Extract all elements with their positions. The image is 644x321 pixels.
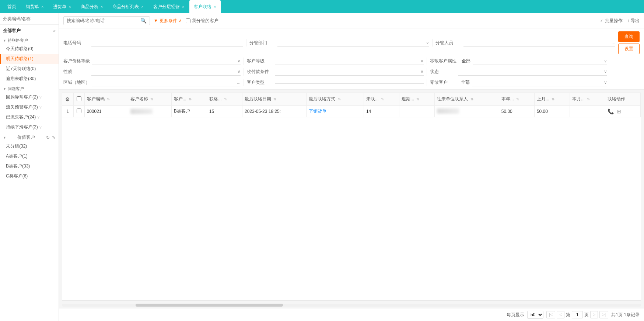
filter-status-select[interactable]: ∨ xyxy=(458,68,607,76)
sort-icon[interactable]: ⇅ xyxy=(189,97,192,101)
filter-price-grade-select[interactable]: ∨ xyxy=(92,57,241,65)
filter-dept-select[interactable]: ∨ xyxy=(277,39,429,47)
chevron-up-icon: ∧ xyxy=(179,18,182,23)
close-icon[interactable]: × xyxy=(214,4,216,9)
row-checkbox[interactable] xyxy=(77,108,81,113)
refresh-icon[interactable]: ↻ xyxy=(46,135,50,140)
set-button[interactable]: 设置 xyxy=(618,44,640,54)
filter-cell-retail-customer: 零散客户 全部 ∨ xyxy=(430,79,607,86)
customer-name-blurred: Ea xyxy=(130,109,153,114)
sidebar-search-input[interactable] xyxy=(3,16,58,21)
collapse-icon[interactable]: « xyxy=(53,28,56,34)
sort-icon[interactable]: ⇅ xyxy=(516,97,519,101)
top-nav: 首页 销货单 × 进货单 × 商品分析 × 商品分析列表 × 客户分层经营 × … xyxy=(0,0,644,13)
th-customer-code: 客户编码 ⇅ xyxy=(84,93,128,106)
scrollbar-thumb[interactable] xyxy=(136,304,283,307)
sidebar-item-class-a[interactable]: A类客户(1) xyxy=(0,151,59,161)
help-icon: ? xyxy=(37,115,39,120)
filter-cell-region: 区域（地区） ... xyxy=(63,79,241,86)
nav-product-analysis[interactable]: 商品分析 × xyxy=(76,0,107,13)
grid-action-icon[interactable]: ⊞ xyxy=(617,108,621,114)
sort-icon[interactable]: ⇅ xyxy=(552,97,554,101)
filter-row-2: 客户价格等级 ∨ 客户等级 ∨ 零散客户属性 全部 xyxy=(63,57,640,65)
prev-page-button[interactable]: < xyxy=(557,311,564,318)
filter-customer-grade-select[interactable]: ∨ xyxy=(275,57,424,65)
row-last-contact-date: 2023-05-23 18:25: xyxy=(242,106,307,117)
edit-icon[interactable]: ✎ xyxy=(52,135,56,140)
filter-buttons: 查询 设置 xyxy=(618,31,640,54)
batch-op-button[interactable]: ☑ 批量操作 xyxy=(599,18,623,24)
close-icon[interactable]: × xyxy=(41,4,43,9)
sidebar-item-churn-warning[interactable]: 流失预警客户(3) ? xyxy=(0,102,59,112)
filter-retail-attr-select[interactable]: ∨ xyxy=(473,57,607,65)
search-bar-right: ☑ 批量操作 ↑ 导出 xyxy=(599,18,640,24)
filter-retail-customer-select[interactable]: ∨ xyxy=(472,79,607,86)
close-icon[interactable]: × xyxy=(69,4,71,9)
search-icon[interactable]: 🔍 xyxy=(140,18,147,24)
sidebar-item-ungrouped[interactable]: 未分组(32) xyxy=(0,141,59,151)
nav-sales-order[interactable]: 销货单 × xyxy=(21,0,48,13)
row-last-month: 50.00 xyxy=(534,106,570,117)
sidebar-item-overdue-contact[interactable]: 逾期未联络(30) xyxy=(0,74,59,84)
sidebar-item-churned[interactable]: 已流失客户(24) ? xyxy=(0,112,59,122)
group-value-customers: 价值客户 ↻ ✎ xyxy=(0,132,59,141)
last-page-button[interactable]: >| xyxy=(599,311,608,318)
sort-icon[interactable]: ⇅ xyxy=(224,97,227,101)
filter-payment-select[interactable]: ∨ xyxy=(275,68,424,76)
more-filter-button[interactable]: ▼ 更多条件 ∧ xyxy=(154,18,182,24)
settings-icon[interactable]: ⚙ xyxy=(65,96,70,102)
th-uncontacted: 未联... ⇅ xyxy=(364,93,399,106)
sidebar-item-class-c[interactable]: C类客户(6) xyxy=(0,171,59,181)
next-page-button[interactable]: > xyxy=(590,311,598,318)
filter-panel: 电话号码 分管部门 ∨ 分管人员 ... xyxy=(59,28,644,90)
select-all-checkbox[interactable] xyxy=(77,96,81,101)
row-actions: 📞 ⊞ xyxy=(605,106,641,117)
sidebar-item-7days-contact[interactable]: 近7天待联络(0) xyxy=(0,64,59,74)
nav-customer-contact[interactable]: 客户联络 × xyxy=(189,0,220,13)
search-input[interactable] xyxy=(67,18,140,23)
my-customer-checkbox[interactable] xyxy=(186,18,190,23)
sort-icon[interactable]: ⇅ xyxy=(381,97,384,101)
close-icon[interactable]: × xyxy=(101,4,103,9)
filter-phone-input[interactable] xyxy=(91,39,243,47)
filter-cell-retail-attr: 零散客户属性 全部 ∨ xyxy=(430,57,607,65)
nav-customer-tier[interactable]: 客户分层经营 × xyxy=(149,0,189,13)
th-last-contact-method: 最后联络方式 ⇅ xyxy=(307,93,364,106)
query-button[interactable]: 查询 xyxy=(618,31,640,42)
sort-icon[interactable]: ⇅ xyxy=(470,97,473,101)
filter-nature-select[interactable]: ∨ xyxy=(91,68,241,76)
table-row: 1 000021 Ea B类客户 15 2023-05-23 18:25: 下销… xyxy=(62,106,641,117)
filter-cell-nature: 性质 ∨ xyxy=(63,68,241,76)
close-icon[interactable]: × xyxy=(182,4,184,9)
chevron-down-icon: ∨ xyxy=(237,69,241,74)
sidebar-item-tomorrow-contact[interactable]: 明天待联络(1) xyxy=(0,54,59,64)
sort-icon[interactable]: ⇅ xyxy=(273,97,276,101)
sort-icon[interactable]: ⇅ xyxy=(416,97,419,101)
filter-region-select[interactable]: ... xyxy=(92,79,241,86)
nav-home[interactable]: 首页 xyxy=(3,0,21,13)
sort-icon[interactable]: ⇅ xyxy=(150,97,153,101)
sort-icon[interactable]: ⇅ xyxy=(338,97,341,101)
th-contact-person: 往来单位联系人 ⇅ xyxy=(435,93,499,106)
sidebar-search-area: 🔍 xyxy=(0,13,59,25)
close-icon[interactable]: × xyxy=(141,4,143,9)
sort-icon[interactable]: ⇅ xyxy=(107,97,110,101)
row-overdue xyxy=(399,106,435,117)
first-page-button[interactable]: |< xyxy=(546,311,555,318)
nav-product-analysis-list[interactable]: 商品分析列表 × xyxy=(108,0,148,13)
export-button[interactable]: ↑ 导出 xyxy=(627,18,640,24)
filter-person-select[interactable]: ... xyxy=(463,39,615,47)
sidebar-item-today-contact[interactable]: 今天待联络(0) xyxy=(0,44,59,54)
last-contact-method-link[interactable]: 下销货单 xyxy=(309,108,326,114)
sidebar-item-class-b[interactable]: B类客户(33) xyxy=(0,161,59,171)
sidebar-item-repurchase-abnormal[interactable]: 回购异常客户(2) ? xyxy=(0,92,59,102)
horizontal-scrollbar[interactable] xyxy=(62,304,641,307)
phone-action-icon[interactable]: 📞 xyxy=(608,108,614,114)
nav-purchase-order[interactable]: 进货单 × xyxy=(49,0,75,13)
page-size-select[interactable]: 50 xyxy=(527,311,543,319)
row-uncontacted: 14 xyxy=(364,106,399,117)
sidebar-item-declining[interactable]: 持续下滑客户(2) ? xyxy=(0,122,59,132)
page-input[interactable] xyxy=(572,311,583,318)
filter-customer-type-select[interactable] xyxy=(275,81,424,84)
sort-icon[interactable]: ⇅ xyxy=(587,97,590,101)
